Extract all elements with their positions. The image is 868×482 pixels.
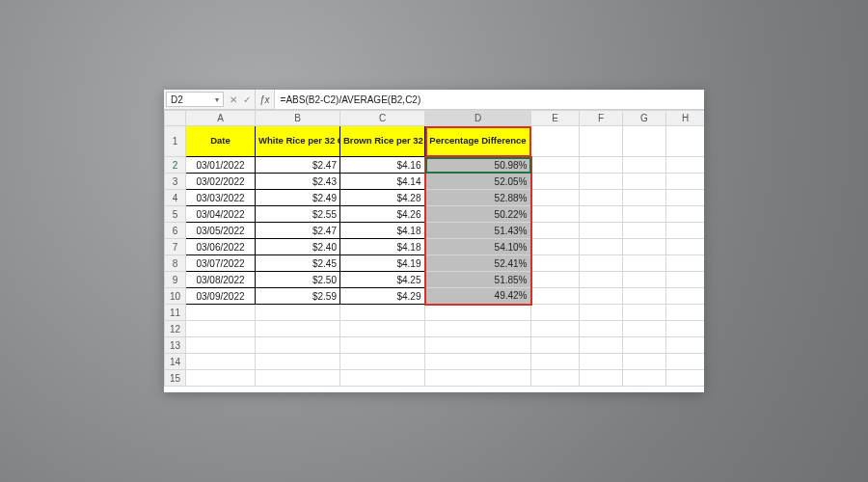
- header-white-rice[interactable]: White Rice per 32 Ounce Bag: [256, 126, 340, 157]
- cell-brown-rice[interactable]: $4.29: [340, 288, 425, 305]
- cell-white-rice[interactable]: $2.43: [256, 174, 340, 190]
- row-header[interactable]: 15: [165, 370, 186, 387]
- cell-empty[interactable]: [340, 321, 425, 337]
- cell-G1[interactable]: [623, 126, 666, 157]
- cell-empty[interactable]: [580, 174, 623, 190]
- name-box[interactable]: D2 ▾: [166, 92, 224, 107]
- cell-empty[interactable]: [580, 239, 623, 255]
- cell-empty[interactable]: [256, 321, 340, 337]
- cell-empty[interactable]: [340, 354, 425, 370]
- cell-empty[interactable]: [186, 305, 256, 321]
- cell-empty[interactable]: [531, 255, 580, 272]
- col-header-D[interactable]: D: [425, 111, 531, 126]
- select-all-corner[interactable]: [165, 111, 186, 126]
- cell-date[interactable]: 03/01/2022: [186, 157, 256, 174]
- row-header[interactable]: 6: [165, 223, 186, 239]
- cell-empty[interactable]: [340, 305, 425, 321]
- cell-empty[interactable]: [186, 370, 256, 387]
- cell-white-rice[interactable]: $2.45: [256, 255, 340, 272]
- cell-date[interactable]: 03/06/2022: [186, 239, 256, 255]
- spreadsheet-grid[interactable]: A B C D E F G H 1 Date White Rice per 32…: [164, 110, 704, 392]
- cell-empty[interactable]: [580, 190, 623, 206]
- cell-empty[interactable]: [256, 305, 340, 321]
- cell-pct-diff[interactable]: 51.85%: [425, 272, 531, 288]
- cell-empty[interactable]: [580, 206, 623, 223]
- cell-empty[interactable]: [340, 370, 425, 387]
- cell-empty[interactable]: [531, 305, 580, 321]
- cell-empty[interactable]: [623, 370, 666, 387]
- row-header[interactable]: 10: [165, 288, 186, 305]
- header-pct-diff[interactable]: Percentage Difference: [425, 126, 531, 157]
- cell-empty[interactable]: [531, 337, 580, 354]
- row-header[interactable]: 7: [165, 239, 186, 255]
- cell-empty[interactable]: [580, 370, 623, 387]
- cell-pct-diff[interactable]: 52.05%: [425, 174, 531, 190]
- row-header[interactable]: 8: [165, 255, 186, 272]
- cell-brown-rice[interactable]: $4.19: [340, 255, 425, 272]
- cell-empty[interactable]: [186, 354, 256, 370]
- cell-empty[interactable]: [623, 305, 666, 321]
- col-header-C[interactable]: C: [340, 111, 425, 126]
- cell-brown-rice[interactable]: $4.14: [340, 174, 425, 190]
- cell-empty[interactable]: [531, 354, 580, 370]
- cell-white-rice[interactable]: $2.59: [256, 288, 340, 305]
- cell-empty[interactable]: [580, 272, 623, 288]
- cell-empty[interactable]: [580, 354, 623, 370]
- cell-empty[interactable]: [531, 223, 580, 239]
- cell-date[interactable]: 03/03/2022: [186, 190, 256, 206]
- cell-empty[interactable]: [256, 337, 340, 354]
- cell-pct-diff[interactable]: 52.88%: [425, 190, 531, 206]
- row-header-1[interactable]: 1: [165, 126, 186, 157]
- cell-date[interactable]: 03/09/2022: [186, 288, 256, 305]
- col-header-G[interactable]: G: [623, 111, 666, 126]
- cell-empty[interactable]: [531, 157, 580, 174]
- row-header[interactable]: 3: [165, 174, 186, 190]
- cell-empty[interactable]: [186, 321, 256, 337]
- cell-white-rice[interactable]: $2.40: [256, 239, 340, 255]
- cell-empty[interactable]: [531, 206, 580, 223]
- cell-empty[interactable]: [580, 321, 623, 337]
- cell-empty[interactable]: [425, 370, 531, 387]
- cell-empty[interactable]: [580, 305, 623, 321]
- cell-empty[interactable]: [340, 337, 425, 354]
- cell-empty[interactable]: [666, 370, 705, 387]
- cell-date[interactable]: 03/07/2022: [186, 255, 256, 272]
- cell-empty[interactable]: [666, 272, 705, 288]
- cell-empty[interactable]: [531, 272, 580, 288]
- cell-empty[interactable]: [623, 223, 666, 239]
- cell-empty[interactable]: [666, 288, 705, 305]
- cell-pct-diff[interactable]: 51.43%: [425, 223, 531, 239]
- cell-brown-rice[interactable]: $4.25: [340, 272, 425, 288]
- cell-empty[interactable]: [580, 288, 623, 305]
- cell-white-rice[interactable]: $2.49: [256, 190, 340, 206]
- cell-empty[interactable]: [531, 321, 580, 337]
- cell-empty[interactable]: [580, 157, 623, 174]
- cell-empty[interactable]: [623, 337, 666, 354]
- cell-empty[interactable]: [666, 239, 705, 255]
- row-header[interactable]: 4: [165, 190, 186, 206]
- cell-brown-rice[interactable]: $4.26: [340, 206, 425, 223]
- cell-white-rice[interactable]: $2.47: [256, 157, 340, 174]
- cell-empty[interactable]: [531, 370, 580, 387]
- cell-white-rice[interactable]: $2.50: [256, 272, 340, 288]
- confirm-icon[interactable]: ✓: [243, 94, 251, 105]
- cell-empty[interactable]: [623, 272, 666, 288]
- cell-pct-diff[interactable]: 50.98%: [425, 157, 531, 174]
- cell-empty[interactable]: [666, 174, 705, 190]
- cell-empty[interactable]: [623, 288, 666, 305]
- cell-brown-rice[interactable]: $4.28: [340, 190, 425, 206]
- cell-empty[interactable]: [666, 255, 705, 272]
- cell-empty[interactable]: [531, 288, 580, 305]
- fx-label[interactable]: ƒx: [255, 90, 275, 109]
- col-header-F[interactable]: F: [580, 111, 623, 126]
- cell-empty[interactable]: [666, 337, 705, 354]
- cell-empty[interactable]: [531, 239, 580, 255]
- cell-empty[interactable]: [666, 305, 705, 321]
- cell-pct-diff[interactable]: 50.22%: [425, 206, 531, 223]
- cell-empty[interactable]: [425, 337, 531, 354]
- cell-empty[interactable]: [186, 337, 256, 354]
- cell-H1[interactable]: [666, 126, 705, 157]
- cell-white-rice[interactable]: $2.55: [256, 206, 340, 223]
- cell-empty[interactable]: [623, 174, 666, 190]
- cell-empty[interactable]: [256, 370, 340, 387]
